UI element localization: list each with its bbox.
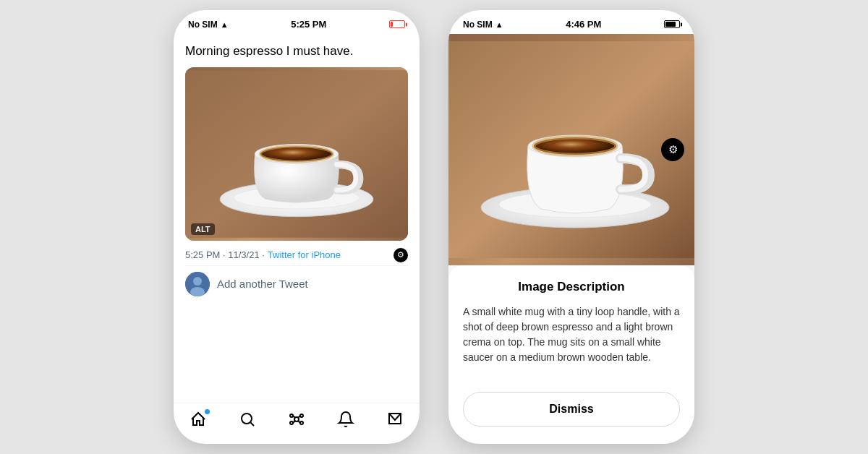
svg-point-14 (300, 414, 303, 417)
settings-icon: ⚙ (397, 250, 404, 260)
full-coffee-svg (448, 34, 694, 265)
status-time-left: 5:25 PM (291, 19, 326, 30)
tweet-meta-time: 5:25 PM · 11/3/21 · (185, 249, 265, 260)
image-settings-button[interactable]: ⚙ (661, 138, 684, 161)
status-carrier-left: No SIM ▲ (188, 20, 229, 30)
image-description-modal: Image Description A small white mug with… (448, 265, 694, 444)
avatar-svg (185, 272, 210, 296)
modal-title: Image Description (463, 280, 680, 294)
svg-line-19 (293, 421, 295, 423)
carrier-text-left: No SIM (188, 20, 218, 30)
settings-float-icon: ⚙ (668, 143, 678, 156)
tweet-settings-button[interactable]: ⚙ (393, 248, 408, 262)
tweet-meta: 5:25 PM · 11/3/21 · Twitter for iPhone ⚙ (185, 241, 408, 265)
modal-description: A small white mug with a tiny loop handl… (463, 304, 680, 382)
right-phone: No SIM ▲ 4:46 PM (448, 10, 694, 444)
battery-fill-left (391, 22, 393, 27)
svg-point-16 (300, 421, 303, 424)
full-image-area: ⚙ (448, 34, 694, 265)
phone-content-left: Morning espresso I must have. (174, 34, 420, 403)
tweet-text: Morning espresso I must have. (185, 43, 408, 60)
nav-home[interactable] (190, 411, 207, 432)
wifi-icon-right: ▲ (495, 20, 503, 29)
add-tweet-placeholder[interactable]: Add another Tweet (217, 278, 308, 290)
wifi-icon-left: ▲ (221, 20, 229, 29)
status-time-right: 4:46 PM (566, 19, 601, 30)
avatar (185, 272, 210, 296)
home-notification-dot (205, 409, 210, 414)
status-bar-left: No SIM ▲ 5:25 PM (174, 10, 420, 34)
svg-point-15 (290, 421, 293, 424)
svg-line-11 (251, 423, 255, 427)
status-carrier-right: No SIM ▲ (463, 20, 503, 30)
tweet-image[interactable]: ALT (185, 67, 408, 241)
tweet-area: Morning espresso I must have. (174, 34, 420, 308)
svg-line-18 (298, 416, 300, 418)
nav-search[interactable] (239, 411, 256, 432)
status-bar-right: No SIM ▲ 4:46 PM (448, 10, 694, 34)
bottom-nav (174, 403, 420, 444)
nav-spaces[interactable] (288, 411, 305, 432)
tweet-source-link[interactable]: Twitter for iPhone (268, 249, 341, 260)
svg-point-10 (242, 414, 252, 424)
coffee-svg (185, 67, 408, 241)
svg-point-13 (290, 414, 293, 417)
add-tweet-row: Add another Tweet (185, 265, 408, 302)
svg-point-8 (193, 277, 202, 286)
dismiss-button[interactable]: Dismiss (463, 392, 680, 427)
status-battery-left (389, 20, 405, 28)
nav-notifications[interactable] (337, 411, 354, 432)
status-battery-right (664, 20, 680, 28)
carrier-text-right: No SIM (463, 20, 493, 30)
coffee-photo (185, 67, 408, 241)
battery-icon-left (389, 20, 405, 28)
svg-line-17 (293, 416, 295, 418)
alt-badge[interactable]: ALT (191, 223, 215, 235)
battery-icon-right (664, 20, 680, 28)
left-phone: No SIM ▲ 5:25 PM Morning espresso I must… (174, 10, 420, 444)
svg-line-20 (298, 421, 300, 423)
nav-messages[interactable] (386, 411, 404, 432)
battery-fill-right (665, 22, 676, 27)
